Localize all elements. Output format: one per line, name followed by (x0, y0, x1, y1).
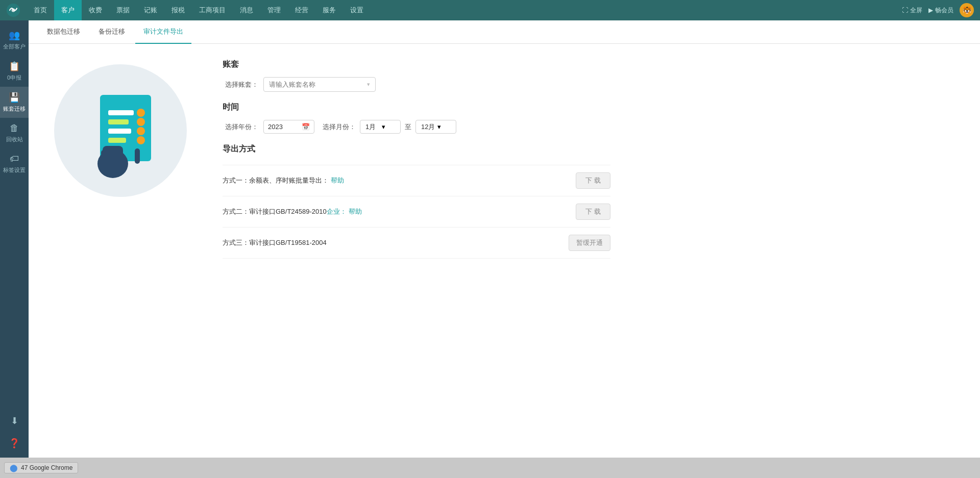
tab-bar: 数据包迁移 备份迁移 审计文件导出 (29, 20, 980, 44)
svg-point-9 (137, 127, 145, 135)
method-1-download-button[interactable]: 下 载 (576, 172, 610, 189)
svg-rect-3 (108, 110, 134, 115)
main-layout: 👥 全部客户 📋 0申报 💾 账套迁移 🗑 回收站 🏷 标签设置 ⬇ ❓ 数据包… (0, 20, 980, 458)
method-row-1: 方式一：余额表、序时账批量导出：帮助 下 载 (223, 165, 610, 196)
nav-right-area: ⛶ 全屏 ▶ 畅会员 🐯 (902, 3, 980, 17)
nav-customer[interactable]: 客户 (54, 0, 82, 20)
month-start-select[interactable]: 1月2月3月 4月5月6月 7月8月9月 10月11月12月 ▾ (360, 120, 401, 134)
member-button[interactable]: ▶ 畅会员 (928, 6, 953, 15)
tab-audit-export[interactable]: 审计文件导出 (135, 20, 191, 44)
sidebar-item-recycle[interactable]: 🗑 回收站 (0, 118, 29, 148)
form-area: 账套 选择账套： ▾ 时间 选择年份： 2023 (223, 59, 610, 259)
nav-business[interactable]: 工商项目 (192, 0, 233, 20)
nav-settings[interactable]: 设置 (343, 0, 371, 20)
month-start-dropdown[interactable]: 1月2月3月 4月5月6月 7月8月9月 10月11月12月 (365, 123, 380, 131)
to-label: 至 (405, 122, 411, 132)
sidebar-bottom-download[interactable]: ⬇ (4, 411, 24, 431)
member-icon: ▶ (928, 7, 933, 14)
account-input[interactable] (269, 81, 367, 88)
sidebar-item-zero-declaration[interactable]: 📋 0申报 (0, 56, 29, 87)
page-content: 账套 选择账套： ▾ 时间 选择年份： 2023 (29, 44, 980, 458)
account-select-wrapper[interactable]: ▾ (263, 77, 376, 92)
method-3-open-button[interactable]: 暂缓开通 (569, 235, 610, 251)
fullscreen-label: 全屏 (910, 6, 922, 15)
svg-point-10 (137, 136, 145, 144)
fullscreen-button[interactable]: ⛶ 全屏 (902, 6, 922, 15)
svg-point-1 (12, 9, 15, 12)
nav-fee[interactable]: 收费 (82, 0, 109, 20)
month-end-chevron-icon: ▾ (437, 123, 441, 131)
month-end-dropdown[interactable]: 1月2月3月 4月5月6月 7月8月9月 10月11月12月 (421, 123, 435, 131)
year-input-wrapper[interactable]: 2023 📅 (263, 120, 314, 134)
month-start-chevron-icon: ▾ (382, 123, 385, 131)
nav-manage[interactable]: 管理 (260, 0, 288, 20)
all-customers-icon: 👥 (9, 30, 20, 41)
illustration-svg (75, 80, 166, 182)
nav-service[interactable]: 服务 (315, 0, 343, 20)
sidebar-item-tag-settings[interactable]: 🏷 标签设置 (0, 148, 29, 179)
fullscreen-icon: ⛶ (902, 7, 908, 14)
illustration-circle (54, 64, 187, 197)
year-label: 选择年份： (223, 122, 258, 132)
method-1-help-link[interactable]: 帮助 (331, 177, 344, 184)
export-container: 账套 选择账套： ▾ 时间 选择年份： 2023 (49, 59, 610, 259)
taskbar-chrome-item[interactable]: ⬤ 47 Google Chrome (4, 462, 78, 473)
svg-point-7 (137, 109, 145, 117)
sidebar-item-account-migration[interactable]: 💾 账套迁移 (0, 87, 29, 118)
export-section-title: 导出方式 (223, 144, 610, 155)
method-3-text: 方式三：审计接口GB/T19581-2004 (223, 238, 327, 247)
svg-point-8 (137, 118, 145, 126)
nav-bookkeeping[interactable]: 记账 (137, 0, 164, 20)
method-row-2: 方式二：审计接口GB/T24589-2010企业：帮助 下 载 (223, 196, 610, 228)
sidebar: 👥 全部客户 📋 0申报 💾 账套迁移 🗑 回收站 🏷 标签设置 ⬇ ❓ (0, 20, 29, 458)
year-input[interactable]: 2023 (268, 123, 299, 131)
method-1-main-text: 方式一：余额表、序时账批量导出： (223, 177, 329, 184)
sidebar-item-label: 账套迁移 (3, 105, 26, 113)
taskbar-item-label: 47 Google Chrome (21, 464, 72, 471)
method-2-help-link[interactable]: 帮助 (349, 208, 362, 215)
account-label: 选择账套： (223, 80, 258, 89)
svg-rect-13 (101, 150, 106, 164)
tab-backup-migration[interactable]: 备份迁移 (90, 20, 133, 44)
zero-declaration-icon: 📋 (9, 61, 20, 72)
time-section-title: 时间 (223, 102, 610, 113)
account-migration-icon: 💾 (9, 92, 20, 103)
svg-rect-5 (108, 129, 131, 134)
app-logo (4, 1, 22, 19)
nav-message[interactable]: 消息 (233, 0, 260, 20)
nav-home[interactable]: 首页 (27, 0, 54, 20)
nav-tax[interactable]: 报税 (164, 0, 192, 20)
sidebar-item-label: 0申报 (7, 74, 21, 82)
taskbar: ⬤ 47 Google Chrome (0, 458, 980, 478)
nav-ticket[interactable]: 票据 (109, 0, 137, 20)
sidebar-bottom-help[interactable]: ❓ (4, 433, 24, 454)
method-1-text: 方式一：余额表、序时账批量导出：帮助 (223, 176, 344, 185)
month-end-select[interactable]: 1月2月3月 4月5月6月 7月8月9月 10月11月12月 ▾ (415, 120, 456, 134)
method-2-download-button[interactable]: 下 载 (576, 204, 610, 220)
export-methods: 方式一：余额表、序时账批量导出：帮助 下 载 方式二：审计接口GB/T24589… (223, 165, 610, 259)
content-area: 数据包迁移 备份迁移 审计文件导出 (29, 20, 980, 458)
nav-operation[interactable]: 经营 (288, 0, 315, 20)
tab-data-migration[interactable]: 数据包迁移 (39, 20, 88, 44)
account-chevron-icon: ▾ (367, 81, 370, 88)
member-label: 畅会员 (935, 6, 953, 15)
sidebar-bottom: ⬇ ❓ (4, 411, 24, 454)
time-form-row: 选择年份： 2023 📅 选择月份： 1月2月3月 4月5月6月 7月8月9月 … (223, 120, 610, 134)
top-nav: 首页 客户 收费 票据 记账 报税 工商项目 消息 管理 经营 服务 设置 ⛶ … (0, 0, 980, 20)
method-row-3: 方式三：审计接口GB/T19581-2004 暂缓开通 (223, 228, 610, 259)
svg-rect-14 (135, 148, 140, 164)
method-2-main-text: 方式二：审计接口GB/T24589-2010 (223, 208, 327, 215)
account-section-title: 账套 (223, 59, 610, 70)
chrome-icon: ⬤ (10, 464, 18, 472)
month-start-label: 选择月份： (323, 122, 356, 132)
recycle-icon: 🗑 (10, 123, 19, 134)
svg-rect-6 (108, 138, 126, 143)
tag-icon: 🏷 (10, 154, 19, 164)
illustration-area (49, 59, 192, 202)
svg-rect-4 (108, 119, 129, 124)
user-avatar[interactable]: 🐯 (960, 3, 974, 17)
sidebar-item-all-customers[interactable]: 👥 全部客户 (0, 24, 29, 56)
sidebar-item-label: 全部客户 (3, 43, 26, 51)
sidebar-item-label: 标签设置 (3, 166, 26, 174)
account-form-row: 选择账套： ▾ (223, 77, 610, 92)
